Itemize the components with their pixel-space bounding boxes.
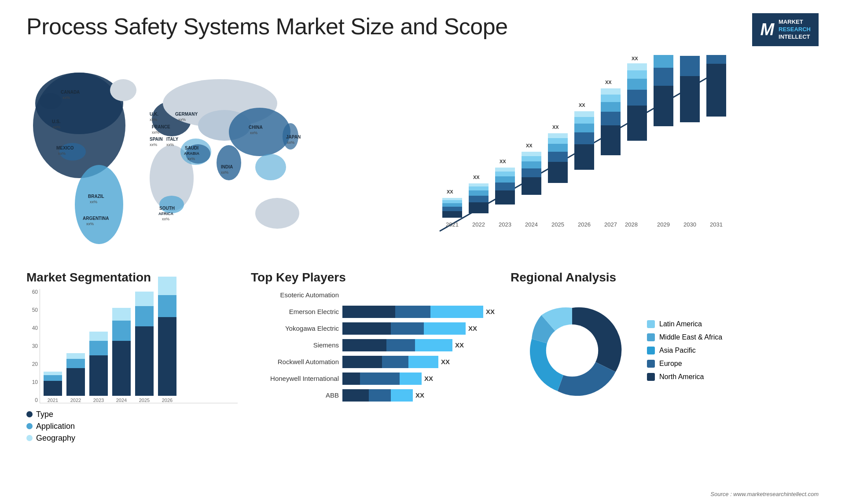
svg-text:2029: 2029 bbox=[657, 221, 670, 228]
svg-point-15 bbox=[255, 198, 299, 229]
bar-seg1-yokogawa bbox=[342, 322, 391, 335]
header: Process Safety Systems Market Size and S… bbox=[26, 13, 819, 46]
svg-point-3 bbox=[75, 165, 123, 244]
svg-rect-54 bbox=[442, 203, 462, 207]
svg-text:xx%: xx% bbox=[166, 142, 174, 147]
player-row-abb: ABB XX bbox=[251, 389, 497, 402]
svg-text:XX: XX bbox=[500, 159, 506, 164]
regional-title: Regional Analysis bbox=[511, 270, 819, 285]
seg-group-2025: 2025 bbox=[135, 292, 154, 403]
bar-seg1-rockwell bbox=[342, 356, 382, 368]
svg-text:SAUDI: SAUDI bbox=[185, 146, 198, 150]
svg-text:XX: XX bbox=[632, 56, 638, 61]
svg-text:XX: XX bbox=[605, 80, 612, 85]
svg-point-118 bbox=[546, 324, 598, 376]
svg-rect-75 bbox=[522, 161, 541, 168]
player-name-siemens: Siemens bbox=[251, 341, 339, 349]
player-row-honeywell: Honeywell International XX bbox=[251, 373, 497, 385]
player-name-rockwell: Rockwell Automation bbox=[251, 358, 339, 365]
svg-rect-90 bbox=[574, 117, 594, 124]
legend-label-middle-east: Middle East & Africa bbox=[659, 333, 722, 341]
legend-application: Application bbox=[26, 422, 238, 431]
player-value-honeywell: XX bbox=[424, 375, 433, 382]
legend-geo-label: Geography bbox=[36, 434, 75, 443]
svg-text:xx%: xx% bbox=[152, 130, 159, 135]
svg-rect-116 bbox=[706, 55, 726, 64]
svg-text:xx%: xx% bbox=[162, 217, 169, 221]
svg-text:CHINA: CHINA bbox=[249, 125, 263, 130]
svg-rect-108 bbox=[654, 86, 673, 126]
source-text: Source : www.marketresearchintellect.com bbox=[710, 491, 819, 497]
seg-legend: Type Application Geography bbox=[26, 410, 238, 443]
player-value-yokogawa: XX bbox=[468, 325, 477, 332]
svg-text:xx%: xx% bbox=[178, 117, 186, 122]
svg-rect-112 bbox=[680, 76, 700, 122]
legend-label-latin-america: Latin America bbox=[659, 320, 702, 328]
legend-latin-america: Latin America bbox=[647, 320, 722, 328]
bar-seg3-honeywell bbox=[400, 373, 422, 385]
svg-text:xx%: xx% bbox=[90, 200, 97, 204]
legend-middle-east: Middle East & Africa bbox=[647, 333, 722, 341]
seg-group-2022: 2022 bbox=[66, 353, 85, 403]
svg-rect-102 bbox=[627, 90, 647, 106]
svg-text:ITALY: ITALY bbox=[166, 137, 179, 142]
svg-rect-91 bbox=[574, 111, 594, 117]
svg-text:AFRICA: AFRICA bbox=[158, 212, 173, 216]
legend-color-middle-east bbox=[647, 333, 655, 341]
svg-rect-101 bbox=[627, 106, 647, 141]
player-bar-wrap-rockwell: XX bbox=[342, 356, 497, 368]
svg-text:XX: XX bbox=[552, 124, 559, 130]
player-row-esoteric: Esoteric Automation bbox=[251, 289, 497, 301]
svg-rect-96 bbox=[601, 102, 621, 112]
player-bar-emerson bbox=[342, 306, 483, 318]
svg-rect-63 bbox=[469, 183, 489, 186]
svg-point-6 bbox=[159, 196, 184, 213]
seg-y-axis: 60 50 40 30 20 10 0 bbox=[26, 289, 40, 403]
legend-type-dot bbox=[26, 411, 33, 417]
svg-text:JAPAN: JAPAN bbox=[286, 135, 301, 139]
svg-rect-115 bbox=[706, 64, 726, 117]
svg-text:2026: 2026 bbox=[578, 221, 591, 228]
legend-type: Type bbox=[26, 410, 238, 419]
player-bar-abb bbox=[342, 389, 413, 402]
seg-group-2026: 2026 bbox=[158, 277, 176, 403]
logo-area: M MARKET RESEARCH INTELLECT bbox=[752, 13, 819, 46]
bar-seg3-rockwell bbox=[408, 356, 438, 368]
svg-text:XX: XX bbox=[473, 175, 480, 180]
growth-chart-svg: XX 2021 XX 2022 XX 2023 bbox=[330, 55, 819, 257]
player-row-rockwell: Rockwell Automation XX bbox=[251, 356, 497, 368]
svg-rect-105 bbox=[627, 63, 647, 70]
svg-rect-80 bbox=[548, 162, 568, 183]
svg-text:2031: 2031 bbox=[710, 221, 723, 228]
svg-text:U.S.: U.S. bbox=[52, 119, 61, 124]
segmentation-area: Market Segmentation 60 50 40 30 20 10 0 bbox=[26, 270, 238, 455]
bar-chart-area: XX 2021 XX 2022 XX 2023 bbox=[330, 55, 819, 257]
svg-point-12 bbox=[229, 108, 290, 156]
seg-group-2024: 2024 bbox=[112, 308, 131, 403]
svg-rect-68 bbox=[495, 176, 515, 183]
regional-area: Regional Analysis bbox=[511, 270, 819, 455]
svg-rect-69 bbox=[495, 172, 515, 176]
svg-rect-88 bbox=[574, 132, 594, 144]
svg-text:xx%: xx% bbox=[187, 157, 195, 161]
svg-rect-77 bbox=[522, 152, 541, 156]
player-value-abb: XX bbox=[415, 391, 424, 399]
legend-type-label: Type bbox=[36, 410, 53, 419]
donut-container: Latin America Middle East & Africa Asia … bbox=[511, 289, 819, 412]
legend-label-north-america: North America bbox=[659, 373, 704, 381]
svg-text:FRANCE: FRANCE bbox=[152, 124, 170, 129]
player-bar-rockwell bbox=[342, 356, 438, 368]
bar-seg1-siemens bbox=[342, 339, 386, 351]
player-bar-wrap-emerson: XX bbox=[342, 306, 497, 318]
bar-seg1-honeywell bbox=[342, 373, 360, 385]
svg-text:xx%: xx% bbox=[53, 125, 60, 129]
svg-text:xx%: xx% bbox=[250, 131, 257, 135]
player-row-yokogawa: Yokogawa Electric XX bbox=[251, 322, 497, 335]
bar-seg2-emerson bbox=[395, 306, 430, 318]
svg-text:2030: 2030 bbox=[683, 221, 696, 228]
svg-rect-110 bbox=[654, 55, 673, 68]
svg-text:ARABIA: ARABIA bbox=[184, 151, 199, 156]
page-title: Process Safety Systems Market Size and S… bbox=[26, 13, 508, 40]
bar-seg3-yokogawa bbox=[424, 322, 466, 335]
top-section: CANADA xx% U.S. xx% MEXICO xx% BRAZIL xx… bbox=[26, 55, 819, 257]
